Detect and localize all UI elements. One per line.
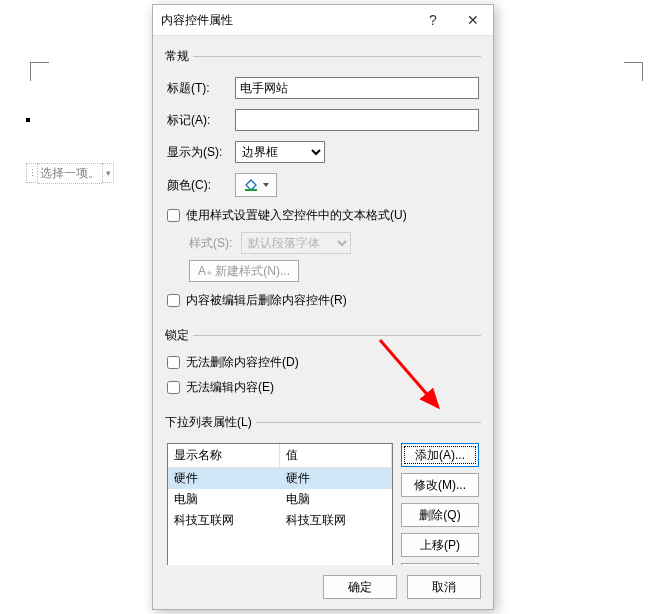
use-style-checkbox[interactable]: [167, 209, 180, 222]
cell-name: 电脑: [168, 489, 280, 510]
new-style-icon: A₊: [198, 264, 212, 278]
general-group: 常规 标题(T): 标记(A): 显示为(S): 边界框 颜色(C):: [165, 48, 481, 317]
dropdown-listbox[interactable]: 显示名称 值 硬件硬件电脑电脑科技互联网科技互联网: [167, 443, 393, 565]
cancel-button[interactable]: 取消: [407, 575, 481, 599]
remove-after-edit-checkbox[interactable]: [167, 294, 180, 307]
general-legend: 常规: [165, 48, 193, 65]
column-header-value[interactable]: 值: [280, 444, 392, 468]
tag-label: 标记(A):: [167, 112, 235, 129]
style-label: 样式(S):: [189, 235, 241, 252]
new-style-label: 新建样式(N)...: [215, 264, 290, 278]
use-style-label: 使用样式设置键入空控件中的文本格式(U): [186, 207, 407, 224]
table-row[interactable]: 电脑电脑: [168, 489, 392, 510]
close-button[interactable]: ✕: [453, 5, 493, 35]
content-control-properties-dialog: 内容控件属性 ? ✕ 常规 标题(T): 标记(A): 显示为(S): 边界框: [152, 4, 494, 610]
table-row[interactable]: 硬件硬件: [168, 468, 392, 490]
delete-button[interactable]: 删除(Q): [401, 503, 479, 527]
chevron-down-icon: [263, 183, 269, 187]
lock-group: 锁定 无法删除内容控件(D) 无法编辑内容(E): [165, 327, 481, 404]
dialog-footer: 确定 取消: [153, 565, 493, 609]
crop-mark-top-right: [624, 62, 643, 81]
title-input[interactable]: [235, 77, 479, 99]
moveup-button[interactable]: 上移(P): [401, 533, 479, 557]
cell-value: 电脑: [280, 489, 392, 510]
table-row[interactable]: 科技互联网科技互联网: [168, 510, 392, 531]
svg-rect-0: [245, 189, 257, 191]
color-picker-button[interactable]: [235, 173, 277, 197]
crop-mark-top-left: [30, 62, 49, 81]
modify-button[interactable]: 修改(M)...: [401, 473, 479, 497]
cell-name: 硬件: [168, 468, 280, 490]
handle-icon: ⋮: [26, 163, 38, 183]
color-label: 颜色(C):: [167, 177, 235, 194]
insertion-caret: [26, 118, 30, 122]
lock-delete-checkbox[interactable]: [167, 356, 180, 369]
title-label: 标题(T):: [167, 80, 235, 97]
add-button[interactable]: 添加(A)...: [401, 443, 479, 467]
dropdown-legend: 下拉列表属性(L): [165, 414, 256, 431]
cell-name: 科技互联网: [168, 510, 280, 531]
cell-value: 硬件: [280, 468, 392, 490]
placeholder-text: 选择一项。: [38, 163, 102, 184]
titlebar: 内容控件属性 ? ✕: [153, 5, 493, 36]
style-select: 默认段落字体: [241, 232, 351, 254]
display-select[interactable]: 边界框: [235, 141, 325, 163]
lock-delete-label: 无法删除内容控件(D): [186, 354, 299, 371]
dropdown-group: 下拉列表属性(L) 显示名称 值 硬件硬件电脑电脑科技互联网科技互联网: [165, 414, 481, 565]
lock-legend: 锁定: [165, 327, 193, 344]
new-style-button: A₊ 新建样式(N)...: [189, 260, 299, 282]
lock-edit-checkbox[interactable]: [167, 381, 180, 394]
cell-value: 科技互联网: [280, 510, 392, 531]
remove-after-edit-label: 内容被编辑后删除内容控件(R): [186, 292, 347, 309]
content-control-placeholder[interactable]: ⋮ 选择一项。 ▾: [26, 164, 114, 182]
dialog-title: 内容控件属性: [153, 12, 413, 29]
paint-bucket-icon: [243, 177, 259, 193]
lock-edit-label: 无法编辑内容(E): [186, 379, 274, 396]
display-label: 显示为(S):: [167, 144, 235, 161]
dropdown-handle-icon: ▾: [102, 163, 114, 183]
help-button[interactable]: ?: [413, 5, 453, 35]
column-header-name[interactable]: 显示名称: [168, 444, 280, 468]
ok-button[interactable]: 确定: [323, 575, 397, 599]
tag-input[interactable]: [235, 109, 479, 131]
